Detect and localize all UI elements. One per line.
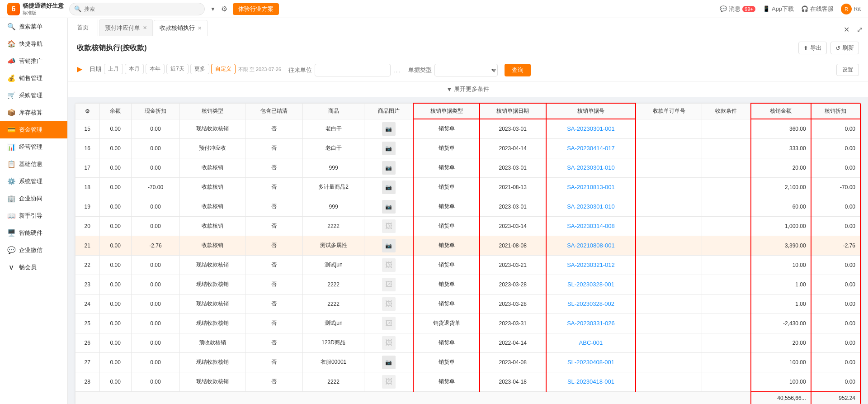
- cancel-bill-no-link[interactable]: SL-20230328-001: [567, 281, 614, 288]
- sidebar-item-guide[interactable]: 📖 新手引导: [0, 207, 67, 224]
- footer-cancel-amount: 40,556,66...: [751, 392, 811, 404]
- dropdown-icon[interactable]: ▼: [210, 6, 216, 12]
- tab-collection-close[interactable]: ✕: [198, 25, 202, 31]
- search-input[interactable]: [84, 6, 200, 12]
- sidebar-item-hardware[interactable]: 🖥️ 智能硬件: [0, 224, 67, 242]
- content-area: 首页 预付冲应付单 ✕ 收款核销执行 ✕ ✕ ⤢ 收款核销执行(按收款) ⬆: [68, 18, 868, 404]
- settings-button[interactable]: 设置: [836, 64, 859, 76]
- cancel-bill-no-link[interactable]: SA-20230301-010: [567, 164, 615, 171]
- row-num: 15: [75, 119, 100, 138]
- date-btn-this-year[interactable]: 本年: [146, 64, 165, 74]
- cancel-type-cell: 现结收款核销: [180, 119, 245, 138]
- th-settings[interactable]: ⚙: [75, 103, 100, 119]
- balance-cell: 0.00: [99, 158, 131, 177]
- cancel-bill-date-cell: 2023-03-01: [480, 158, 546, 177]
- user-name-item[interactable]: R Rit: [841, 4, 861, 14]
- query-button[interactable]: 查询: [505, 64, 531, 76]
- cancel-amount-cell: 1,000.00: [751, 216, 811, 236]
- sidebar-item-search-menu[interactable]: 🔍 搜索菜单: [0, 18, 67, 35]
- inventory-icon: 📦: [7, 109, 15, 117]
- cancel-bill-type-cell: 销货单: [413, 372, 480, 392]
- sidebar-item-system[interactable]: ⚙️ 系统管理: [0, 173, 67, 190]
- tab-collection-label: 收款核销执行: [160, 24, 195, 32]
- tab-home[interactable]: 首页: [68, 19, 98, 36]
- cancel-bill-date-cell: 2023-03-14: [480, 216, 546, 236]
- sidebar-item-basic-info[interactable]: 📋 基础信息: [0, 156, 67, 173]
- search-box[interactable]: 🔍: [69, 3, 205, 15]
- app-download-item[interactable]: 📱 App下载: [763, 5, 794, 13]
- date-btn-custom[interactable]: 自定义: [211, 64, 236, 74]
- cancel-bill-no-link[interactable]: SA-20230414-017: [567, 145, 615, 152]
- cancel-bill-no-link[interactable]: SA-20230314-008: [567, 223, 615, 229]
- date-btn-more[interactable]: 更多: [190, 64, 209, 74]
- date-btn-last-month[interactable]: 上月: [104, 64, 123, 74]
- date-btn-7days[interactable]: 近7天: [166, 64, 189, 74]
- maximize-window-btn[interactable]: ⤢: [855, 24, 864, 36]
- tab-collection[interactable]: 收款核销执行 ✕: [154, 20, 208, 36]
- sidebar-item-quick-nav[interactable]: 🏠 快捷导航: [0, 35, 67, 52]
- sidebar: 🔍 搜索菜单 🏠 快捷导航 📣 营销推广 💰 销售管理 🛒 采购管理 📦 库存核…: [0, 18, 68, 404]
- cancel-bill-no-link[interactable]: SA-20230301-001: [567, 125, 615, 132]
- date-btn-this-month[interactable]: 本月: [125, 64, 144, 74]
- sidebar-item-member-label: 畅会员: [19, 263, 37, 271]
- cash-discount-cell: 0.00: [131, 197, 180, 216]
- table-container[interactable]: ⚙ 余额 现金折扣 核销类型 包含已结清 商品 商品图片 核销单据类型 核销单据…: [68, 97, 868, 404]
- product-cell: 999: [302, 197, 364, 216]
- message-item[interactable]: 💬 消息 99+: [720, 5, 755, 13]
- export-button[interactable]: ⬆ 导出: [798, 42, 827, 54]
- filter-party-input[interactable]: [315, 64, 391, 76]
- sidebar-item-enterprise[interactable]: 🏢 企业协同: [0, 190, 67, 207]
- collection-order-no-cell: [636, 372, 702, 392]
- sidebar-item-finance[interactable]: 💳 资金管理: [0, 121, 67, 138]
- settings-icon[interactable]: ⚙: [221, 5, 227, 13]
- product-cell: 多计量商品2: [302, 177, 364, 197]
- cancel-bill-date-cell: 2023-03-28: [480, 294, 546, 314]
- filter-expand-arrow[interactable]: ▶: [77, 65, 82, 73]
- balance-cell: 0.00: [99, 314, 131, 333]
- tab-right-actions: ✕ ⤢: [842, 24, 868, 36]
- tab-prepay-close[interactable]: ✕: [143, 25, 147, 31]
- sidebar-item-inventory[interactable]: 📦 库存核算: [0, 104, 67, 121]
- cancel-bill-no-link[interactable]: SA-20230321-012: [567, 261, 615, 268]
- user-avatar: R: [841, 4, 852, 14]
- sidebar-item-member[interactable]: V 畅会员: [0, 259, 67, 276]
- cancel-bill-no-link[interactable]: SL-20230328-002: [567, 300, 614, 307]
- sidebar-item-operations[interactable]: 📊 经营管理: [0, 138, 67, 156]
- cancel-bill-no-link[interactable]: SA-20230331-026: [567, 320, 615, 327]
- cancel-bill-type-cell: 销货单: [413, 197, 480, 216]
- cancel-bill-date-cell: 2021-08-08: [480, 236, 546, 255]
- cancel-bill-no-link[interactable]: SA-20230301-010: [567, 203, 615, 210]
- collection-condition-cell: [702, 333, 750, 352]
- expand-conditions-btn[interactable]: ▼ 展开更多条件: [443, 83, 493, 95]
- cancel-bill-date-cell: 2023-03-31: [480, 314, 546, 333]
- sidebar-item-purchase[interactable]: 🛒 采购管理: [0, 87, 67, 104]
- cancel-bill-type-cell: 销货单: [413, 138, 480, 158]
- filter-bill-type-select[interactable]: [434, 64, 498, 76]
- sidebar-item-purchase-label: 采购管理: [19, 91, 42, 100]
- cancel-type-cell: 现结收款核销: [180, 372, 245, 392]
- sidebar-item-sales[interactable]: 💰 销售管理: [0, 70, 67, 87]
- online-service-item[interactable]: 🎧 在线客服: [801, 5, 834, 13]
- cancel-bill-no-link[interactable]: SA-20210808-001: [567, 242, 615, 249]
- row-num: 18: [75, 177, 100, 197]
- cancel-type-cell: 现结收款核销: [180, 294, 245, 314]
- sidebar-item-marketing[interactable]: 📣 营销推广: [0, 52, 67, 70]
- cancel-bill-no-link[interactable]: SA-20210813-001: [567, 184, 615, 190]
- include-settled-cell: 否: [245, 197, 302, 216]
- cancel-type-cell: 预付冲应收: [180, 138, 245, 158]
- cancel-bill-no-link[interactable]: SL-20230408-001: [567, 359, 614, 366]
- solution-button[interactable]: 体验行业方案: [233, 3, 279, 15]
- cancel-type-cell: 收款核销: [180, 158, 245, 177]
- row-num: 19: [75, 197, 100, 216]
- filter-date-label: 日期: [90, 65, 101, 73]
- logo-text: 畅捷通谱好生意 标准版: [23, 2, 64, 16]
- cancel-bill-no-link[interactable]: ABC-001: [579, 339, 603, 346]
- close-window-btn[interactable]: ✕: [842, 24, 851, 36]
- cancel-bill-date-cell: 2022-04-14: [480, 333, 546, 352]
- cancel-bill-date-cell: 2023-04-18: [480, 372, 546, 392]
- refresh-button[interactable]: ↺ 刷新: [830, 42, 859, 54]
- product-cell: 2222: [302, 372, 364, 392]
- tab-prepay[interactable]: 预付冲应付单 ✕: [99, 19, 153, 36]
- sidebar-item-wechat[interactable]: 💬 企业微信: [0, 242, 67, 259]
- cancel-bill-no-link[interactable]: SL-20230418-001: [567, 378, 614, 385]
